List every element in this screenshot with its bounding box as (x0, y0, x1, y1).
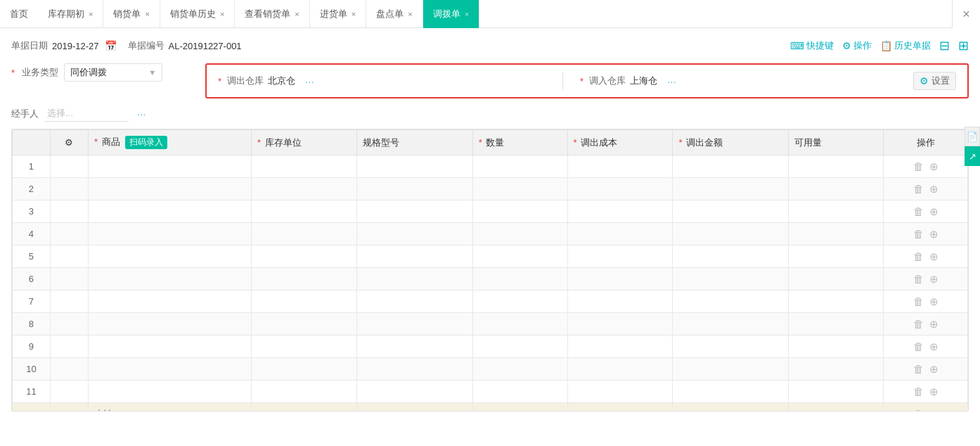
grid-icon[interactable]: ⊟ (939, 38, 950, 53)
tab-close-icon[interactable]: × (145, 10, 149, 18)
tab-close-icon[interactable]: × (220, 10, 224, 18)
table-scroll-area[interactable]: ⚙ * 商品 扫码录入 * 库存单位 规格型号 (12, 129, 968, 411)
table-row: 9 🗑 ⊕ (13, 336, 968, 358)
row-qty-cell (472, 313, 567, 336)
settings-button[interactable]: ⚙ 设置 (913, 72, 956, 90)
in-warehouse-label: 调入仓库 (589, 75, 626, 87)
copy-icon[interactable]: ⊕ (929, 295, 939, 308)
subtotal-spec (356, 403, 472, 412)
row-goods-cell[interactable] (88, 246, 251, 268)
row-unit-cell (252, 178, 357, 200)
row-num-cell: 6 (13, 268, 51, 291)
row-num-cell: 10 (13, 358, 51, 381)
col-gear-header[interactable]: ⚙ (50, 130, 88, 155)
tab-label: 销货单历史 (170, 8, 216, 20)
tab-inventory-init[interactable]: 库存期初 × (38, 0, 103, 28)
amount-col-label: 调出金额 (686, 137, 723, 148)
handler-more-icon[interactable]: ··· (137, 108, 146, 120)
delete-icon[interactable]: 🗑 (913, 160, 924, 172)
copy-icon[interactable]: ⊕ (929, 386, 939, 398)
tab-sales-history[interactable]: 销货单历史 × (160, 0, 235, 28)
tab-home[interactable]: 首页 (6, 0, 38, 28)
delete-icon[interactable]: 🗑 (913, 205, 924, 217)
col-qty-header: * 数量 (472, 130, 567, 155)
row-spec-cell (356, 200, 472, 223)
shortcut-button[interactable]: ⌨ 快捷键 (790, 39, 834, 52)
tab-view-sales[interactable]: 查看销货单 × (235, 0, 309, 28)
window-close-button[interactable]: × (952, 0, 980, 28)
row-goods-cell[interactable] (88, 381, 251, 403)
copy-icon[interactable]: ⊕ (929, 228, 939, 241)
handler-row: 经手人 选择... ··· (11, 106, 969, 122)
row-amount-cell (673, 358, 789, 381)
row-goods-cell[interactable] (88, 336, 251, 358)
row-gear-cell (50, 381, 88, 403)
tab-close-icon[interactable]: × (89, 10, 93, 18)
subtotal-copy-icon[interactable]: ⊕ (929, 408, 939, 412)
handler-input[interactable]: 选择... (44, 106, 129, 122)
delete-icon[interactable]: 🗑 (913, 386, 924, 397)
tab-close-icon[interactable]: × (408, 10, 412, 18)
copy-icon[interactable]: ⊕ (929, 160, 939, 173)
delete-icon[interactable]: 🗑 (913, 228, 924, 240)
grid2-icon[interactable]: ⊞ (958, 38, 969, 53)
tab-sales-order[interactable]: 销货单 × (103, 0, 160, 28)
out-warehouse-more-icon[interactable]: ··· (305, 75, 314, 87)
row-qty-cell (472, 381, 567, 403)
row-goods-cell[interactable] (88, 178, 251, 200)
table-row: 8 🗑 ⊕ (13, 313, 968, 336)
tab-close-icon[interactable]: × (352, 10, 356, 18)
delete-icon[interactable]: 🗑 (913, 250, 924, 262)
row-amount-cell (673, 313, 789, 336)
date-value: 2019-12-27 (52, 41, 99, 51)
copy-icon[interactable]: ⊕ (929, 205, 939, 218)
delete-icon[interactable]: 🗑 (913, 340, 924, 352)
tab-home-label: 首页 (10, 8, 28, 20)
tab-close-active-icon[interactable]: × (465, 10, 469, 18)
copy-icon[interactable]: ⊕ (929, 250, 939, 263)
row-goods-cell[interactable] (88, 313, 251, 336)
delete-icon[interactable]: 🗑 (913, 363, 924, 375)
in-warehouse-more-icon[interactable]: ··· (667, 75, 676, 87)
row-goods-cell[interactable] (88, 291, 251, 313)
tab-purchase[interactable]: 进货单 × (310, 0, 366, 28)
biz-type-select[interactable]: 同价调拨 ▼ (64, 63, 162, 82)
goods-table-container: ⚙ * 商品 扫码录入 * 库存单位 规格型号 (11, 129, 969, 412)
copy-icon[interactable]: ⊕ (929, 340, 939, 353)
out-warehouse-field: * 调出仓库 北京仓 ··· (218, 75, 546, 87)
row-goods-cell[interactable] (88, 155, 251, 178)
row-qty-cell (472, 155, 567, 178)
operate-button[interactable]: ⚙ 操作 (842, 39, 872, 52)
date-label: 单据日期 (11, 39, 48, 52)
delete-icon[interactable]: 🗑 (913, 295, 924, 307)
copy-icon[interactable]: ⊕ (929, 363, 939, 376)
row-goods-cell[interactable] (88, 268, 251, 291)
subtotal-op: 🗑 ⊕ (884, 403, 968, 412)
table-row: 1 🗑 ⊕ (13, 155, 968, 178)
delete-icon[interactable]: 🗑 (913, 273, 924, 285)
copy-icon[interactable]: ⊕ (929, 183, 939, 196)
right-float-panel: 📄 ↗ (965, 127, 980, 166)
row-goods-cell[interactable] (88, 200, 251, 223)
copy-icon[interactable]: ⊕ (929, 273, 939, 286)
row-goods-cell[interactable] (88, 358, 251, 381)
history-button[interactable]: 📋 历史单据 (880, 39, 931, 52)
row-spec-cell (356, 178, 472, 200)
copy-icon[interactable]: ⊕ (929, 318, 939, 331)
spec-col-label: 规格型号 (363, 137, 399, 148)
row-amount-cell (673, 381, 789, 403)
delete-icon[interactable]: 🗑 (913, 183, 924, 195)
delete-icon[interactable]: 🗑 (913, 318, 924, 330)
subtotal-delete-icon[interactable]: 🗑 (913, 408, 924, 411)
tab-stocktake[interactable]: 盘点单 × (366, 0, 423, 28)
row-spec-cell (356, 155, 472, 178)
float-doc-button[interactable]: 📄 (965, 127, 980, 146)
document-header: 单据日期 2019-12-27 📅 单据编号 AL-20191227-001 ⌨… (11, 38, 969, 53)
calendar-icon[interactable]: 📅 (105, 40, 117, 51)
scan-button[interactable]: 扫码录入 (125, 136, 167, 149)
row-avail-cell (789, 223, 884, 246)
float-expand-button[interactable]: ↗ (965, 146, 980, 166)
tab-transfer[interactable]: 调拨单 × (423, 0, 479, 28)
tab-close-icon[interactable]: × (295, 10, 299, 18)
row-goods-cell[interactable] (88, 223, 251, 246)
